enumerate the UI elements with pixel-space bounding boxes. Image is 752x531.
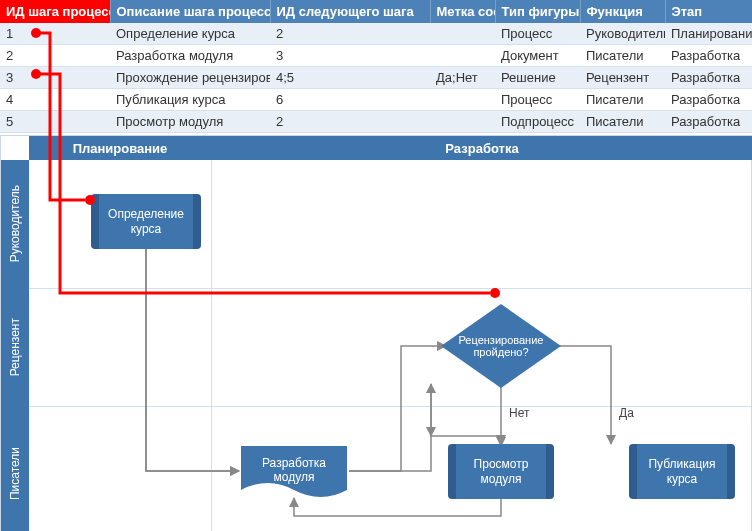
cell-desc: Прохождение рецензирования: [110, 67, 270, 89]
node-define-course[interactable]: Определение курса: [91, 194, 201, 249]
cell-func: Писатели: [580, 89, 665, 111]
cell-next: 6: [270, 89, 430, 111]
cell-func: Писатели: [580, 111, 665, 133]
table-header-row: ИД шага процесса Описание шага процесса …: [0, 0, 752, 23]
col-shape-type: Тип фигуры: [495, 0, 580, 23]
cell-phase: Разработка: [665, 45, 752, 67]
col-step-desc: Описание шага процесса: [110, 0, 270, 23]
table-row: 2 Разработка модуля 3 Документ Писатели …: [0, 45, 752, 67]
cell-desc: Просмотр модуля: [110, 111, 270, 133]
edge-label-no: Нет: [509, 406, 529, 420]
cell-shape: Подпроцесс: [495, 111, 580, 133]
col-function: Функция: [580, 0, 665, 23]
cell-shape: Решение: [495, 67, 580, 89]
col-next-id: ИД следующего шага: [270, 0, 430, 23]
table-body: 1 Определение курса 2 Процесс Руководите…: [0, 23, 752, 133]
col-phase: Этап: [665, 0, 752, 23]
cell-func: Писатели: [580, 45, 665, 67]
cell-phase: Разработка: [665, 89, 752, 111]
node-review-module[interactable]: Просмотр модуля: [448, 444, 554, 499]
cell-id: 3: [0, 67, 110, 89]
table-row: 3 Прохождение рецензирования 4;5 Да;Нет …: [0, 67, 752, 89]
cell-desc: Определение курса: [110, 23, 270, 45]
cell-phase: Планирование: [665, 23, 752, 45]
cell-next: 2: [270, 23, 430, 45]
cell-shape: Процесс: [495, 89, 580, 111]
node-publish-course[interactable]: Публикация курса: [629, 444, 735, 499]
cell-id: 2: [0, 45, 110, 67]
node-develop-module[interactable]: Разработка модуля: [241, 450, 347, 490]
col-connector-label: Метка соединителя: [430, 0, 495, 23]
cell-func: Руководитель: [580, 23, 665, 45]
cell-func: Рецензент: [580, 67, 665, 89]
cell-label: [430, 45, 495, 67]
cell-label: [430, 89, 495, 111]
cell-id: 4: [0, 89, 110, 111]
node-review-decision[interactable]: Рецензирование пройдено?: [441, 324, 561, 368]
swimlane-diagram: Планирование Разработка Руководитель Рец…: [0, 135, 752, 531]
col-step-id: ИД шага процесса: [0, 0, 110, 23]
table-row: 4 Публикация курса 6 Процесс Писатели Ра…: [0, 89, 752, 111]
edge-label-yes: Да: [619, 406, 634, 420]
cell-phase: Разработка: [665, 67, 752, 89]
cell-label: [430, 111, 495, 133]
cell-label: Да;Нет: [430, 67, 495, 89]
cell-next: 4;5: [270, 67, 430, 89]
process-steps-table: ИД шага процесса Описание шага процесса …: [0, 0, 752, 133]
cell-desc: Публикация курса: [110, 89, 270, 111]
table-row: 1 Определение курса 2 Процесс Руководите…: [0, 23, 752, 45]
cell-next: 3: [270, 45, 430, 67]
cell-shape: Процесс: [495, 23, 580, 45]
cell-id: 5: [0, 111, 110, 133]
cell-phase: Разработка: [665, 111, 752, 133]
cell-desc: Разработка модуля: [110, 45, 270, 67]
cell-next: 2: [270, 111, 430, 133]
cell-shape: Документ: [495, 45, 580, 67]
table-row: 5 Просмотр модуля 2 Подпроцесс Писатели …: [0, 111, 752, 133]
cell-label: [430, 23, 495, 45]
cell-id: 1: [0, 23, 110, 45]
